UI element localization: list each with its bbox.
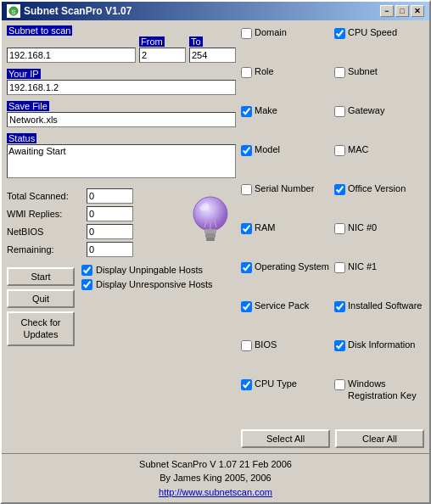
checkbox-disk-information[interactable] [334, 340, 345, 351]
check-label: Subnet [348, 65, 378, 77]
window-controls: − □ ✕ [380, 5, 424, 17]
quit-button[interactable]: Quit [7, 289, 75, 308]
checkbox-serial-number[interactable] [241, 184, 252, 195]
start-button[interactable]: Start [7, 267, 75, 286]
checkbox-office-version[interactable] [334, 184, 345, 195]
checkbox-model[interactable] [241, 145, 252, 156]
checkbox-role[interactable] [241, 67, 252, 78]
check-item: MAC [334, 143, 424, 180]
check-label: Domain [255, 26, 287, 38]
action-buttons: Start Quit Check for Updates [7, 267, 75, 346]
savefile-group: Save File [7, 101, 236, 127]
yourip-group: Your IP [7, 69, 236, 95]
status-value: Awaiting Start [8, 146, 66, 156]
display-unresponsive-checkbox[interactable] [81, 279, 92, 290]
check-item: Model [241, 143, 331, 180]
checkbox-ram[interactable] [241, 223, 252, 234]
svg-text:S: S [11, 8, 15, 16]
checkbox-bios[interactable] [241, 340, 252, 351]
checkbox-service-pack[interactable] [241, 301, 252, 312]
check-item: NIC #0 [334, 221, 424, 258]
left-panel: Subnet to scan From To [7, 25, 236, 448]
check-item: BIOS [241, 338, 331, 375]
checkbox-domain[interactable] [241, 28, 252, 39]
checkbox-mac[interactable] [334, 145, 345, 156]
window-title: Subnet ScanPro V1.07 [24, 5, 132, 17]
check-label: Make [255, 104, 277, 116]
checkbox-cpu-type[interactable] [241, 379, 252, 390]
total-scanned-row: Total Scanned: [7, 188, 180, 204]
svg-rect-6 [204, 229, 216, 233]
check-item: Domain [241, 25, 331, 63]
check-item: Office Version [334, 182, 424, 219]
from-label: From [139, 36, 165, 47]
clear-all-button[interactable]: Clear All [335, 429, 424, 448]
checkbox-subnet[interactable] [334, 67, 345, 78]
check-updates-button[interactable]: Check for Updates [7, 311, 75, 346]
checkbox-gateway[interactable] [334, 106, 345, 117]
display-unpingable-row: Display Unpingable Hosts [81, 264, 236, 276]
savefile-label: Save File [7, 101, 49, 111]
display-unresponsive-label: Display Unresponsive Hosts [96, 278, 213, 290]
check-item: Service Pack [241, 299, 331, 336]
options-grid: Domain CPU Speed Role Subnet Make Gatewa… [241, 25, 424, 426]
remaining-input[interactable] [87, 242, 133, 257]
subnet-main-field [7, 48, 136, 63]
svg-rect-7 [205, 233, 216, 238]
wmi-replies-input[interactable] [87, 206, 133, 221]
checkbox-windows-registration-key[interactable] [334, 379, 345, 390]
to-label: To [189, 36, 203, 47]
counters-grid: Total Scanned: WMI Replies: NetBIOS Rema… [7, 188, 180, 257]
display-unpingable-checkbox[interactable] [81, 265, 92, 276]
bulb-icon [189, 195, 232, 250]
checkbox-installed-software[interactable] [334, 301, 345, 312]
check-label: Disk Information [348, 339, 415, 350]
check-item: Serial Number [241, 182, 331, 219]
from-input[interactable] [139, 48, 186, 63]
netbios-row: NetBIOS [7, 224, 180, 239]
subnet-label: Subnet to scan [7, 25, 72, 36]
footer-line2: By James King 2005, 2006 [3, 471, 428, 485]
check-label: Windows Registration Key [348, 378, 424, 402]
check-label: RAM [255, 221, 275, 233]
remaining-row: Remaining: [7, 242, 180, 257]
check-label: Gateway [348, 104, 384, 116]
check-label: BIOS [255, 339, 277, 350]
netbios-label: NetBIOS [7, 227, 83, 237]
check-label: NIC #0 [348, 221, 377, 233]
check-label: Installed Software [348, 300, 422, 311]
subnet-group: Subnet to scan From To [7, 25, 236, 63]
minimize-button[interactable]: − [380, 5, 394, 17]
from-group: From [139, 36, 186, 63]
to-group: To [189, 36, 236, 63]
check-label: Operating System [255, 260, 329, 272]
lower-left: Start Quit Check for Updates Display Unp… [7, 264, 236, 346]
total-scanned-label: Total Scanned: [7, 191, 83, 201]
checkbox-operating-system[interactable] [241, 262, 252, 273]
bulb-container [185, 188, 236, 257]
check-label: NIC #1 [348, 260, 377, 272]
subnet-input[interactable] [7, 48, 136, 63]
netbios-input[interactable] [87, 224, 133, 239]
savefile-input[interactable] [7, 112, 236, 127]
check-item: Installed Software [334, 299, 424, 336]
check-item: RAM [241, 221, 331, 258]
select-all-button[interactable]: Select All [241, 429, 330, 448]
checkbox-nic-#0[interactable] [334, 223, 345, 234]
check-item: Operating System [241, 260, 331, 297]
checkbox-cpu-speed[interactable] [334, 28, 345, 39]
checkbox-make[interactable] [241, 106, 252, 117]
yourip-input[interactable] [7, 80, 236, 95]
remaining-label: Remaining: [7, 244, 83, 255]
to-input[interactable] [189, 48, 236, 63]
status-label: Status [7, 133, 36, 143]
wmi-replies-label: WMI Replies: [7, 209, 83, 219]
checkbox-nic-#1[interactable] [334, 262, 345, 273]
check-item: Gateway [334, 104, 424, 141]
close-button[interactable]: ✕ [411, 5, 424, 17]
app-icon: S [7, 4, 20, 18]
wmi-replies-row: WMI Replies: [7, 206, 180, 221]
footer-line3: http://www.subnetscan.com [3, 485, 428, 500]
maximize-button[interactable]: □ [395, 5, 409, 17]
total-scanned-input[interactable] [87, 188, 133, 204]
